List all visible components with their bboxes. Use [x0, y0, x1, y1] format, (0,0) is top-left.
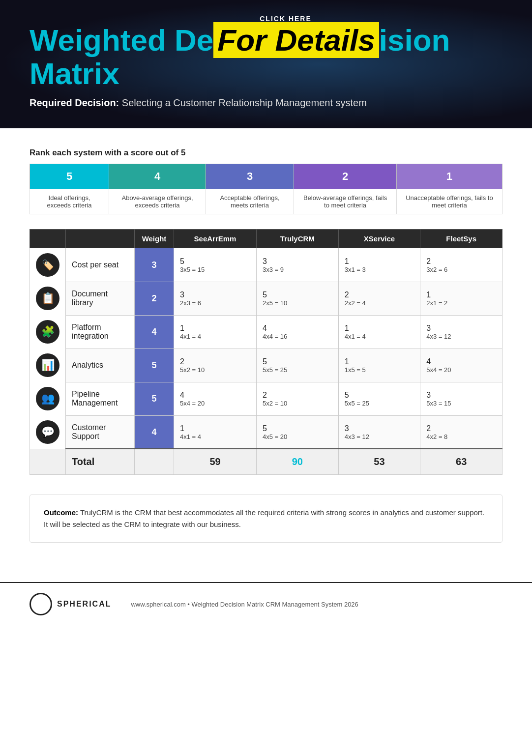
cost-icon: 🏷️	[36, 253, 59, 277]
score-fleetsys-4: 45x4 = 20	[420, 349, 502, 382]
weight-cell-2: 2	[135, 282, 174, 315]
xservice-header: XService	[338, 230, 420, 248]
score-seeArremm-4: 25x2 = 10	[174, 349, 257, 382]
weight-cell-5: 5	[135, 382, 174, 415]
weight-header: Weight	[135, 230, 174, 248]
score-seeArremm-2: 32x3 = 6	[174, 282, 257, 315]
score-fleetsys-1: 23x2 = 6	[420, 248, 502, 282]
rank-2-desc: Below-average offerings, fails to meet c…	[294, 189, 397, 214]
seeArremm-header: SeeArrEmm	[174, 230, 257, 248]
footer-logo: SPHERICAL	[30, 593, 111, 615]
criteria-cell-6: Customer Support	[66, 415, 135, 449]
score-xservice-3: 14x1 = 4	[338, 315, 420, 349]
spherical-logo-icon	[30, 593, 52, 615]
score-trulycrm-1: 33x3 = 9	[257, 248, 339, 282]
header-title-wrapper: Weighted DeFor Detailsision Matrix	[30, 24, 502, 90]
icon-cell-2: 📋	[30, 282, 66, 315]
icon-cell-6: 💬	[30, 415, 66, 449]
trulycrm-header: TrulyCRM	[257, 230, 339, 248]
total-row: Total 59 90 53 63	[30, 449, 502, 475]
analytics-icon: 📊	[36, 353, 59, 377]
rank-title: Rank each system with a score out of 5	[30, 148, 502, 158]
score-fleetsys-6: 24x2 = 8	[420, 415, 502, 449]
rank-section: Rank each system with a score out of 5 5…	[30, 148, 502, 214]
score-seeArremm-5: 45x4 = 20	[174, 382, 257, 415]
rank-5-header: 5	[30, 164, 109, 189]
icon-cell-4: 📊	[30, 349, 66, 382]
weight-cell-3: 4	[135, 315, 174, 349]
score-seeArremm-3: 14x1 = 4	[174, 315, 257, 349]
score-xservice-6: 34x3 = 12	[338, 415, 420, 449]
total-trulycrm-value: 90	[292, 456, 303, 467]
rank-4-desc: Above-average offerings, exceeds criteri…	[109, 189, 206, 214]
support-icon: 💬	[36, 420, 59, 444]
score-trulycrm-4: 55x5 = 25	[257, 349, 339, 382]
required-decision: Required Decision: Selecting a Customer …	[30, 97, 502, 109]
required-decision-text: Selecting a Customer Relationship Manage…	[119, 97, 367, 108]
main-content: Rank each system with a score out of 5 5…	[0, 128, 532, 582]
icon-cell-5: 👥	[30, 382, 66, 415]
weight-cell-4: 5	[135, 349, 174, 382]
total-seearremm: 59	[174, 449, 257, 475]
score-fleetsys-2: 12x1 = 2	[420, 282, 502, 315]
rank-2-header: 2	[294, 164, 397, 189]
score-xservice-1: 13x1 = 3	[338, 248, 420, 282]
icon-cell-1: 🏷️	[30, 248, 66, 282]
total-fleetsys: 63	[420, 449, 502, 475]
criteria-header	[66, 230, 135, 248]
rank-1-desc: Unacceptable offerings, fails to meet cr…	[396, 189, 502, 214]
outcome-label: Outcome:	[44, 508, 78, 517]
total-xservice: 53	[338, 449, 420, 475]
score-seeArremm-1: 53x5 = 15	[174, 248, 257, 282]
outcome-text: TrulyCRM is the CRM that best accommodat…	[44, 508, 484, 528]
rank-5-desc: Ideal offerings, exceeds criteria	[30, 189, 109, 214]
total-xservice-value: 53	[374, 456, 384, 467]
rank-3-header: 3	[206, 164, 294, 189]
score-trulycrm-2: 52x5 = 10	[257, 282, 339, 315]
title-highlight[interactable]: For Details	[213, 22, 379, 58]
rank-3-desc: Acceptable offerings, meets criteria	[206, 189, 294, 214]
score-trulycrm-5: 25x2 = 10	[257, 382, 339, 415]
criteria-cell-5: Pipeline Management	[66, 382, 135, 415]
required-decision-label: Required Decision:	[30, 97, 119, 108]
page-title: Weighted DeFor Detailsision Matrix	[30, 24, 502, 90]
score-xservice-2: 22x2 = 4	[338, 282, 420, 315]
matrix-section: Weight SeeArrEmm TrulyCRM XService Fleet…	[30, 229, 502, 475]
criteria-cell-4: Analytics	[66, 349, 135, 382]
matrix-header-row: Weight SeeArrEmm TrulyCRM XService Fleet…	[30, 230, 502, 248]
total-label-cell: Total	[66, 449, 135, 475]
header-section: CLICK HERE Weighted DeFor Detailsision M…	[0, 0, 532, 128]
table-row: 📋 Document library 2 32x3 = 6 52x5 = 10 …	[30, 282, 502, 315]
matrix-table: Weight SeeArrEmm TrulyCRM XService Fleet…	[30, 229, 502, 475]
platform-icon: 🧩	[36, 320, 59, 344]
criteria-cell-2: Document library	[66, 282, 135, 315]
total-label: Total	[72, 456, 94, 467]
footer: SPHERICAL www.spherical.com • Weighted D…	[0, 582, 532, 625]
document-icon: 📋	[36, 287, 59, 310]
rank-1-header: 1	[396, 164, 502, 189]
rank-header-row: 5 4 3 2 1	[30, 164, 502, 189]
click-here-label: CLICK HERE	[69, 15, 502, 23]
total-fleetsys-value: 63	[456, 456, 467, 467]
weight-cell-1: 3	[135, 248, 174, 282]
table-row: 👥 Pipeline Management 5 45x4 = 20 25x2 =…	[30, 382, 502, 415]
table-row: 🧩 Platform integration 4 14x1 = 4 44x4 =…	[30, 315, 502, 349]
rank-desc-row: Ideal offerings, exceeds criteria Above-…	[30, 189, 502, 214]
total-seearremm-value: 59	[209, 456, 220, 467]
weight-cell-6: 4	[135, 415, 174, 449]
total-trulycrm: 90	[257, 449, 339, 475]
rank-4-header: 4	[109, 164, 206, 189]
pipeline-icon: 👥	[36, 387, 59, 410]
icon-header	[30, 230, 66, 248]
score-xservice-4: 11x5 = 5	[338, 349, 420, 382]
score-fleetsys-5: 35x3 = 15	[420, 382, 502, 415]
score-fleetsys-3: 34x3 = 12	[420, 315, 502, 349]
title-part1: Weighted De	[30, 23, 213, 57]
score-trulycrm-3: 44x4 = 16	[257, 315, 339, 349]
fleetsys-header: FleetSys	[420, 230, 502, 248]
criteria-cell-3: Platform integration	[66, 315, 135, 349]
criteria-cell-1: Cost per seat	[66, 248, 135, 282]
table-row: 💬 Customer Support 4 14x1 = 4 54x5 = 20 …	[30, 415, 502, 449]
table-row: 📊 Analytics 5 25x2 = 10 55x5 = 25 11x5 =…	[30, 349, 502, 382]
score-xservice-5: 55x5 = 25	[338, 382, 420, 415]
